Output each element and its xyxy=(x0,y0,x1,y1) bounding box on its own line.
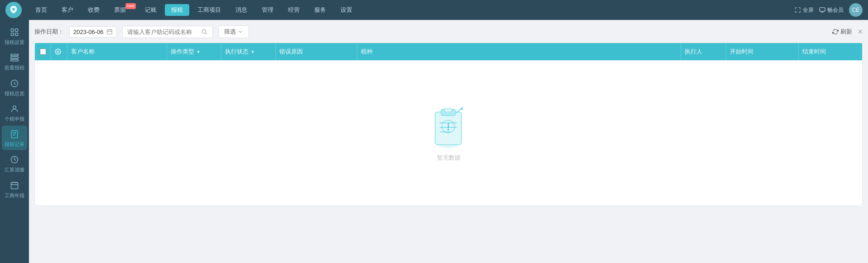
data-table: 客户名称 操作类型 ▼ 执行状态 ▼ 错误原因 税种 执行人 xyxy=(34,43,863,206)
nav-service[interactable]: 服务 xyxy=(308,4,332,16)
summary-icon xyxy=(10,78,19,88)
sidebar-item-settlement-label: 汇算清缴 xyxy=(5,166,24,173)
toolbar-right: 刷新 × xyxy=(832,28,863,36)
nav-ledger[interactable]: 记账 xyxy=(139,4,163,16)
th-exec-status: 执行状态 ▼ xyxy=(221,43,276,60)
chevron-down-icon xyxy=(238,29,243,34)
sidebar-item-tax-summary[interactable]: 报税总览 xyxy=(2,75,27,99)
nav-operation[interactable]: 经营 xyxy=(282,4,306,16)
nav-business[interactable]: 工商项目 xyxy=(191,4,227,16)
svg-rect-7 xyxy=(11,57,19,58)
date-value: 2023-06-06 xyxy=(73,29,104,35)
settlement-icon xyxy=(10,155,19,165)
nav-settings[interactable]: 设置 xyxy=(334,4,359,16)
th-op-type: 操作类型 ▼ xyxy=(167,43,221,60)
table-header: 客户名称 操作类型 ▼ 执行状态 ▼ 错误原因 税种 执行人 xyxy=(35,43,862,60)
sidebar-item-personal-tax[interactable]: 个税申报 xyxy=(2,100,27,125)
close-button[interactable]: × xyxy=(858,28,863,36)
svg-rect-5 xyxy=(15,33,18,36)
sidebar-item-personal-tax-label: 个税申报 xyxy=(5,116,24,122)
svg-rect-19 xyxy=(445,108,452,112)
nav-right-actions: 全屏 畅会员 CE xyxy=(795,3,863,17)
svg-rect-13 xyxy=(11,182,18,189)
th-checkbox[interactable] xyxy=(35,43,51,60)
refresh-button[interactable]: 刷新 xyxy=(832,28,852,36)
svg-rect-14 xyxy=(107,29,112,34)
sidebar-item-tax-settings[interactable]: 报税设置 xyxy=(2,24,27,48)
th-executor: 执行人 xyxy=(681,43,726,60)
svg-point-28 xyxy=(438,144,458,148)
new-badge: new xyxy=(125,3,136,9)
table-empty-state: 暂无数据 xyxy=(35,60,862,205)
th-end-time: 结束时间 xyxy=(799,43,862,60)
batch-icon xyxy=(10,53,19,63)
sort-icon-exec-status: ▼ xyxy=(250,49,255,54)
nav-billing[interactable]: 收费 xyxy=(82,4,106,16)
sidebar-item-annual-report-label: 工商年报 xyxy=(5,192,24,199)
nav-home[interactable]: 首页 xyxy=(29,4,53,16)
record-icon xyxy=(10,129,19,139)
svg-rect-1 xyxy=(820,8,825,11)
top-navigation: 首页 客户 收费 票据 new 记账 报税 工商项目 消息 管理 经营 服务 设… xyxy=(0,0,868,20)
sidebar-item-batch-tax[interactable]: 批量报税 xyxy=(2,49,27,73)
svg-rect-3 xyxy=(15,29,18,32)
svg-rect-4 xyxy=(11,33,14,36)
filter-label: 筛选 xyxy=(224,28,236,36)
sidebar-item-tax-record[interactable]: 报税记录 xyxy=(2,126,27,150)
th-start-time: 开始时间 xyxy=(726,43,799,60)
nav-management[interactable]: 管理 xyxy=(255,4,280,16)
svg-point-16 xyxy=(57,51,59,53)
refresh-label: 刷新 xyxy=(840,28,852,36)
refresh-icon xyxy=(832,29,839,35)
sidebar-item-tax-summary-label: 报税总览 xyxy=(5,90,24,97)
nav-message[interactable]: 消息 xyxy=(229,4,254,16)
empty-illustration xyxy=(428,104,469,149)
sidebar-item-batch-tax-label: 批量报税 xyxy=(5,64,24,71)
svg-point-24 xyxy=(447,129,449,131)
user-avatar[interactable]: CE xyxy=(849,3,863,17)
app-logo[interactable] xyxy=(5,2,22,18)
fullscreen-button[interactable]: 全屏 xyxy=(795,6,814,14)
date-picker[interactable]: 2023-06-06 xyxy=(69,26,117,38)
svg-rect-2 xyxy=(11,29,14,32)
nav-invoice[interactable]: 票据 new xyxy=(108,4,137,16)
svg-point-15 xyxy=(202,29,206,33)
sidebar-item-settlement[interactable]: 汇算清缴 xyxy=(2,151,27,175)
search-button[interactable] xyxy=(197,27,211,37)
sidebar-item-annual-report[interactable]: 工商年报 xyxy=(2,177,27,201)
select-all-checkbox[interactable] xyxy=(40,49,46,55)
sidebar: 报税设置 批量报税 报税总览 个税申报 xyxy=(0,20,29,263)
annual-icon xyxy=(10,180,19,190)
nav-customer[interactable]: 客户 xyxy=(55,4,80,16)
person-icon xyxy=(10,104,19,114)
nav-menu: 首页 客户 收费 票据 new 记账 报税 工商项目 消息 管理 经营 服务 设… xyxy=(29,4,795,16)
th-tax-type: 税种 xyxy=(357,43,681,60)
sidebar-item-tax-record-label: 报税记录 xyxy=(5,141,24,147)
calendar-icon xyxy=(106,29,113,35)
sort-icon-op-type: ▼ xyxy=(196,49,201,54)
th-client-name: 客户名称 xyxy=(67,43,167,60)
th-settings xyxy=(51,43,67,60)
svg-point-0 xyxy=(12,8,15,10)
search-box xyxy=(122,26,213,38)
empty-text: 暂无数据 xyxy=(437,154,460,162)
nav-tax[interactable]: 报税 xyxy=(165,4,189,16)
search-icon xyxy=(201,29,207,35)
th-error-reason: 错误原因 xyxy=(276,43,357,60)
gear-icon xyxy=(10,27,19,37)
settings-icon xyxy=(55,49,61,55)
sidebar-item-tax-settings-label: 报税设置 xyxy=(5,39,24,45)
date-label: 操作日期： xyxy=(34,28,64,36)
search-input[interactable] xyxy=(123,26,197,38)
filter-button[interactable]: 筛选 xyxy=(218,25,249,38)
member-button[interactable]: 畅会员 xyxy=(819,6,844,14)
svg-rect-11 xyxy=(11,131,17,138)
svg-rect-8 xyxy=(11,59,19,61)
svg-point-10 xyxy=(13,106,16,109)
svg-rect-6 xyxy=(11,54,19,56)
main-content: 操作日期： 2023-06-06 筛选 xyxy=(29,20,868,263)
main-layout: 报税设置 批量报税 报税总览 个税申报 xyxy=(0,20,868,263)
toolbar: 操作日期： 2023-06-06 筛选 xyxy=(34,25,863,38)
